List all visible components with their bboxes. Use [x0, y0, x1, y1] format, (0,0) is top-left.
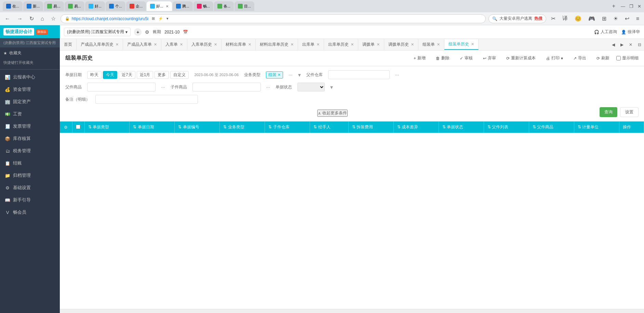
nav-tab-7[interactable]: 出库单✕	[298, 39, 324, 50]
nav-tab-9[interactable]: 调拨单✕	[358, 39, 384, 50]
reject-audit-button[interactable]: ↩ 弃审	[480, 54, 499, 62]
table-settings-header[interactable]: ⚙	[60, 122, 72, 133]
user-profile-button[interactable]: 👤 徐泽华	[621, 29, 640, 35]
tab-close-11[interactable]: ✕	[437, 42, 440, 47]
browser-tab-11[interactable]: 目...	[234, 1, 254, 11]
company-selector[interactable]: (勿删勿禁用) 江西服宝测试专用 ▾	[64, 28, 131, 36]
browser-tab-9[interactable]: 畅...	[193, 1, 213, 11]
audit-button[interactable]: ✓ 审核	[456, 54, 476, 62]
parent-warehouse-input[interactable]	[328, 70, 390, 79]
yesterday-btn[interactable]: 昨天	[87, 71, 102, 79]
sidebar-item-10[interactable]: 📖 新手引导	[0, 194, 60, 206]
sidebar-open-favorites[interactable]: 快捷键打开收藏夹	[0, 59, 60, 68]
nav-tab-0[interactable]: 首页	[60, 39, 77, 50]
sidebar-item-2[interactable]: 🏢 固定资产	[0, 96, 60, 108]
browser-tab-7[interactable]: 好... ✕	[147, 1, 172, 11]
home-button[interactable]: ⌂	[39, 14, 46, 23]
tab-close-5[interactable]: ✕	[248, 42, 251, 47]
status-dropdown[interactable]	[297, 83, 325, 91]
sidebar-item-3[interactable]: 💵 工资	[0, 108, 60, 120]
last7days-btn[interactable]: 近7天	[119, 71, 135, 79]
tab-close-6[interactable]: ✕	[291, 42, 294, 47]
query-button[interactable]: 查询	[600, 107, 617, 117]
settings-query-button[interactable]: 设置	[620, 107, 639, 117]
export-button[interactable]: ↗ 导出	[570, 54, 590, 62]
browser-tab-8[interactable]: 腾...	[173, 1, 192, 11]
recalc-cost-button[interactable]: ⟳ 重新计算成本	[503, 54, 539, 62]
tab-close-2[interactable]: ✕	[154, 42, 157, 47]
remove-business-type-tag[interactable]: ✕	[278, 73, 281, 77]
col-child-warehouse[interactable]: ⇅ 子件仓库	[265, 122, 310, 133]
col-doc-type[interactable]: ⇅ 单据类型	[84, 122, 130, 133]
select-all-checkbox[interactable]	[76, 125, 80, 129]
last1month-btn[interactable]: 近1月	[137, 71, 153, 79]
calendar-icon[interactable]: 📅	[183, 30, 188, 34]
nav-tab-4[interactable]: 入库单历史✕	[187, 39, 222, 50]
browser-tab-5[interactable]: 个...	[106, 1, 125, 11]
browser-tab-6[interactable]: 企...	[126, 1, 146, 11]
nav-tab-5[interactable]: 材料出库单✕	[222, 39, 256, 50]
col-parent-product[interactable]: ⇅ 父件商品	[529, 122, 574, 133]
browser-tab-1[interactable]: 新...	[23, 1, 43, 11]
collapse-btn[interactable]: ∧ 收起更多条件	[317, 110, 348, 117]
custom-date-btn[interactable]: 自定义	[170, 71, 189, 79]
grid-button[interactable]: ⊞	[600, 14, 608, 23]
menu-button[interactable]: ≡	[634, 14, 641, 23]
back-button[interactable]: ←	[3, 14, 12, 23]
table-checkbox-header[interactable]	[72, 122, 84, 133]
sidebar-item-1[interactable]: 💰 资金管理	[0, 83, 60, 96]
print-button[interactable]: 🖨 打印 ▾	[542, 54, 566, 62]
nav-tab-1[interactable]: 产成品入库单历史✕	[77, 39, 123, 50]
delete-button[interactable]: 🗑 删除	[432, 54, 453, 62]
business-type-more[interactable]: ···	[289, 72, 293, 77]
translate-button[interactable]: 译	[560, 14, 570, 24]
more-dates-btn[interactable]: 更多	[155, 71, 169, 79]
sidebar-item-11[interactable]: V 畅会员	[0, 206, 60, 218]
close-button[interactable]: ✕	[638, 4, 641, 9]
nav-tab-12[interactable]: 组装单历史✕	[444, 39, 479, 50]
sidebar-item-0[interactable]: 📊 云报表中心	[0, 71, 60, 83]
settings-gear-button[interactable]: ⚙	[145, 29, 149, 35]
tabs-menu[interactable]: ⊟	[635, 41, 644, 48]
note-input[interactable]	[95, 95, 198, 104]
sidebar-item-8[interactable]: 📁 归档管理	[0, 169, 60, 182]
nav-tab-11[interactable]: 组装单✕	[418, 39, 444, 50]
col-parent-list[interactable]: ⇅ 父件列表	[484, 122, 529, 133]
address-bar[interactable]: 🔒 https://cloud.chanjet.com/accounting/u…	[61, 14, 486, 23]
browser-tab-2[interactable]: 易...	[44, 1, 64, 11]
browser-tab-3[interactable]: 易...	[65, 1, 84, 11]
col-biz-type[interactable]: ⇅ 业务类型	[220, 122, 265, 133]
tab-close-3[interactable]: ✕	[180, 42, 183, 47]
child-product-input[interactable]	[192, 83, 261, 91]
nav-tab-8[interactable]: 出库单历史✕	[324, 39, 358, 50]
today-btn[interactable]: 今天	[103, 71, 117, 79]
minimize-button[interactable]: —	[621, 4, 625, 9]
nav-tab-10[interactable]: 调拨单历史✕	[384, 39, 418, 50]
parent-warehouse-more[interactable]: ···	[395, 72, 399, 77]
col-disassembly-fee[interactable]: ⇅ 拆装费用	[349, 122, 394, 133]
browser-tab-10[interactable]: 各...	[214, 1, 234, 11]
tab-close-8[interactable]: ✕	[351, 42, 354, 47]
browser-tab-0[interactable]: 在...	[3, 1, 23, 11]
sidebar-item-5[interactable]: 📦 库存核算	[0, 132, 60, 145]
nav-tab-6[interactable]: 材料出库单历史✕	[256, 39, 298, 50]
sidebar-item-4[interactable]: 🧾 发票管理	[0, 120, 60, 132]
col-doc-status[interactable]: ⇅ 单据状态	[439, 122, 484, 133]
brightness-button[interactable]: ☀	[611, 14, 620, 23]
reload-button[interactable]: ↻	[27, 14, 36, 23]
nav-tab-2[interactable]: 产成品入库单✕	[123, 39, 161, 50]
add-company-button[interactable]: +	[134, 28, 142, 36]
tab-close-12[interactable]: ✕	[471, 42, 474, 46]
parent-product-input[interactable]	[87, 83, 156, 91]
bookmark-button[interactable]: ☆	[49, 14, 58, 23]
forward-button[interactable]: →	[15, 14, 25, 23]
sidebar-item-6[interactable]: 🗂 税务管理	[0, 145, 60, 157]
show-detail-checkbox-label[interactable]: 显示明细	[616, 55, 639, 61]
tabs-close-all[interactable]: ✕	[626, 41, 635, 48]
status-chevron[interactable]: ▾	[330, 84, 333, 90]
undo-browser-button[interactable]: ↩	[623, 14, 631, 23]
business-type-dropdown[interactable]: ▾	[298, 72, 301, 78]
nav-tab-3[interactable]: 入库单✕	[161, 39, 187, 50]
scissors-button[interactable]: ✂	[549, 14, 558, 23]
tabs-scroll-left[interactable]: ◀	[609, 41, 618, 48]
